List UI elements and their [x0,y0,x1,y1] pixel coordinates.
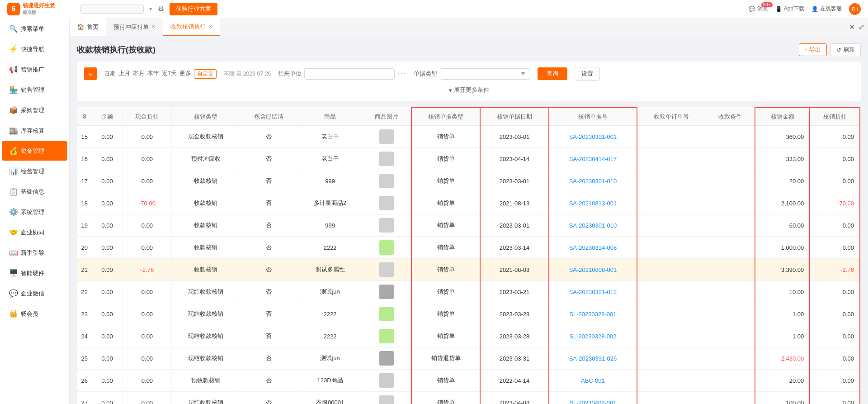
cell-receipt-condition [705,259,755,281]
system-icon: ⚙️ [9,208,17,216]
cell-writeoff-doc-date: 2021-08-08 [480,259,549,281]
cell-writeoff-doc-type: 销货退货单 [411,347,480,370]
sidebar: 🔍 搜索菜单 ⚡ 快捷导航 📢 营销推广 🏪 销售管理 📦 采购管理 🏬 库存核… [0,18,70,404]
brand-sub: 标准版 [23,10,55,16]
sidebar-item-enterprise[interactable]: 🤝 企业协同 [2,223,67,242]
filter-bar: » 日期 上月 本月 本年 近7天 更多 自定义 [77,62,861,101]
cell-writeoff-doc-num: SA-20230331-026 [549,347,637,370]
cell-writeoff-type: 收款核销 [172,214,240,237]
sidebar-item-basic[interactable]: 📋 基础信息 [2,182,67,201]
industry-btn[interactable]: 休验行业方案 [170,3,217,15]
writeoff-doc-num-link[interactable]: SA-20230321-012 [569,289,617,295]
user-avatar[interactable]: Rit [849,3,861,15]
cell-receipt-order-num [637,192,705,214]
writeoff-doc-num-link[interactable]: SA-20210813-001 [569,200,617,207]
cell-product: 123D商品 [298,370,362,392]
cell-include-settled: 否 [240,392,298,404]
writeoff-doc-num-link[interactable]: SL-20230328-002 [569,333,616,340]
writeoff-doc-num-link[interactable]: SA-20230314-008 [569,244,617,251]
th-settings[interactable]: ⚙ [77,108,92,126]
cell-receipt-condition [705,347,755,370]
tab-prepay-close[interactable]: ✕ [151,24,156,30]
sidebar-item-purchase[interactable]: 📦 采购管理 [2,100,67,120]
cell-writeoff-doc-type: 销货单 [411,170,480,192]
dropdown-arrow-icon[interactable]: ▾ [149,5,152,12]
date-this-year[interactable]: 本年 [147,69,159,79]
cell-writeoff-doc-date: 2023-03-01 [480,214,549,237]
cell-writeoff-doc-date: 2023-04-14 [480,148,549,170]
date-custom[interactable]: 自定义 [194,69,217,79]
sidebar-item-search[interactable]: 🔍 搜索菜单 [2,19,67,38]
filter-toggle-btn[interactable]: » [84,67,97,80]
th-writeoff-doc-num: 核销单据号 [549,108,637,126]
tab-writeoff[interactable]: 收款核销执行 ✕ [163,18,220,36]
writeoff-doc-num-link[interactable]: SA-20230301-001 [569,133,617,140]
app-download-btn[interactable]: 📱 App下载 [775,5,804,13]
tab-prepay-label: 预付冲应付单 [113,23,149,31]
tab-prepay[interactable]: 预付冲应付单 ✕ [106,18,163,36]
company-input[interactable] [80,5,144,14]
writeoff-doc-num-link[interactable]: SA-20230331-026 [569,355,617,362]
date-this-month[interactable]: 本月 [133,69,145,79]
writeoff-doc-num-link[interactable]: SA-20230301-010 [569,178,617,185]
cell-value: 0.00 [123,214,172,237]
cell-value: 0.00 [92,126,123,148]
cell-writeoff-doc-type: 销货单 [411,192,480,214]
partner-input[interactable] [304,68,395,80]
sidebar-item-quicknav[interactable]: ⚡ 快捷导航 [2,39,67,59]
writeoff-doc-num-link[interactable]: SA-20210808-001 [569,266,617,273]
writeoff-doc-num-link[interactable]: SA-20230414-017 [569,156,617,162]
tab-expand-btn[interactable]: ⤢ [859,23,864,31]
sidebar-item-system[interactable]: ⚙️ 系统管理 [2,202,67,222]
table-row: 17 0.00 0.00 收款核销 否 999 销货单 2023-03-01 S… [77,170,860,192]
sidebar-label-quicknav: 快捷导航 [21,45,44,53]
tab-home[interactable]: 🏠 首页 [70,18,106,36]
filter-row: » 日期 上月 本月 本年 近7天 更多 自定义 [84,67,854,81]
sidebar-item-marketing[interactable]: 📢 营销推广 [2,60,67,79]
refresh-btn[interactable]: ↺ 刷新 [830,43,861,56]
cell-receipt-order-num [637,325,705,347]
tab-close-btn[interactable]: ✕ [849,23,855,31]
cell-writeoff-discount: 0.00 [810,148,860,170]
cell-receipt-condition [705,325,755,347]
writeoff-doc-num-link[interactable]: SL-20230408-001 [569,399,616,404]
tab-writeoff-close[interactable]: ✕ [208,24,212,29]
date-7days[interactable]: 近7天 [162,69,177,79]
sidebar-item-hardware[interactable]: 🖥️ 智能硬件 [2,263,67,283]
export-btn[interactable]: ↑ 导出 [799,43,827,56]
sidebar-item-sales[interactable]: 🏪 销售管理 [2,80,67,100]
message-btn[interactable]: 💬 消息 99+ [749,5,768,13]
sidebar-label-sales: 销售管理 [21,86,44,94]
cell-row-num: 21 [77,259,92,281]
sidebar-item-member[interactable]: 👑 畅会员 [2,304,67,323]
cell-product: 老白干 [298,148,362,170]
cell-writeoff-amount: 1.00 [755,303,810,325]
cell-writeoff-amount: 20.00 [755,170,810,192]
sidebar-item-guide[interactable]: 📖 新手引导 [2,243,67,262]
writeoff-doc-num-link[interactable]: SL-20230328-001 [569,311,616,318]
cell-writeoff-doc-type: 销货单 [411,281,480,303]
sidebar-item-inventory[interactable]: 🏬 库存核算 [2,121,67,140]
sidebar-item-operations[interactable]: 📊 经营管理 [2,162,67,181]
cell-include-settled: 否 [240,281,298,303]
cell-product: 老白干 [298,126,362,148]
cell-include-settled: 否 [240,170,298,192]
writeoff-doc-num-link[interactable]: SA-20230301-010 [569,222,617,229]
cell-value: 0.00 [123,325,172,347]
cell-value: 0.00 [92,192,123,214]
setting-btn[interactable]: 设置 [575,67,600,81]
gear-icon[interactable]: ⚙ [158,5,164,13]
finance-icon: 💰 [9,147,17,155]
expand-conditions-btn[interactable]: ▾ 展开更多条件 [443,84,495,96]
sidebar-item-wechat[interactable]: 💬 企业微信 [2,284,67,303]
date-prev-month[interactable]: 上月 [118,69,130,79]
query-btn[interactable]: 查询 [538,67,567,80]
cell-include-settled: 否 [240,370,298,392]
writeoff-doc-num-link[interactable]: ABC-001 [581,377,605,384]
sidebar-item-finance[interactable]: 💰 资金管理 [2,141,67,161]
cell-writeoff-doc-type: 销货单 [411,126,480,148]
doctype-select[interactable] [440,68,530,80]
online-service-btn[interactable]: 👤 在线客服 [811,5,842,13]
sidebar-label-operations: 经营管理 [21,167,44,176]
date-more[interactable]: 更多 [179,69,191,79]
